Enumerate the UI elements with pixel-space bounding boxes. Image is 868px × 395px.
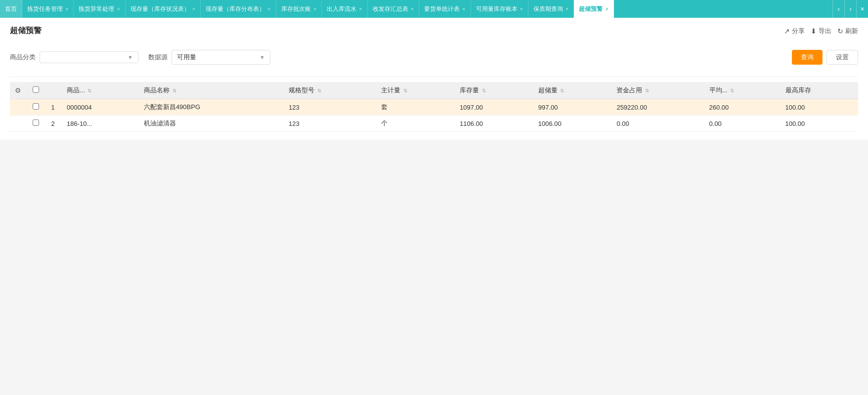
- close-icon[interactable]: ×: [359, 6, 362, 12]
- nav-tab-available-ledger[interactable]: 可用量库存账本 ×: [471, 0, 528, 18]
- col-overstock-header[interactable]: 超储量 ⇅: [533, 82, 612, 99]
- chevron-down-icon: ▼: [128, 54, 133, 60]
- sort-icon: ⇅: [87, 88, 91, 93]
- row-spec: 123: [284, 99, 376, 116]
- nav-next-button[interactable]: ›: [844, 0, 856, 18]
- top-nav: 首页 拣货任务管理 × 拣货异常处理 × 现存量（库存状况表） × 现存量（库存…: [0, 0, 868, 18]
- gear-icon[interactable]: ⚙: [15, 86, 21, 94]
- col-code-header[interactable]: 商品... ⇅: [62, 82, 139, 99]
- row-settings: [10, 99, 28, 116]
- col-unit-header[interactable]: 主计量 ⇅: [376, 82, 455, 99]
- nav-tab-inventory-dist[interactable]: 现存量（库存分布表） ×: [201, 0, 276, 18]
- sort-icon: ⇅: [173, 88, 176, 93]
- close-icon[interactable]: ×: [65, 6, 68, 12]
- close-icon[interactable]: ×: [520, 6, 523, 12]
- row-checkbox-cell: [28, 99, 44, 116]
- close-icon[interactable]: ×: [192, 6, 195, 12]
- row-overstock: 1006.00: [533, 116, 612, 132]
- row-unit: 套: [376, 99, 455, 116]
- row-checkbox-cell: [28, 116, 44, 132]
- filter-actions: 查询 设置: [792, 50, 858, 65]
- row-avg: 0.00: [704, 116, 781, 132]
- nav-tab-inventory-status[interactable]: 现存量（库存状况表） ×: [126, 0, 201, 18]
- page-container: 超储预警 ↗ 分享 ⬇ 导出 ↻ 刷新 商品分类 ▼ 数据源: [0, 18, 868, 140]
- share-link[interactable]: ↗ 分享: [784, 27, 805, 36]
- sort-icon: ⇅: [730, 88, 734, 93]
- nav-prev-button[interactable]: ‹: [832, 0, 844, 18]
- close-icon[interactable]: ×: [117, 6, 120, 12]
- close-icon[interactable]: ×: [411, 6, 414, 12]
- datasource-select[interactable]: 可用量 ▼: [172, 50, 270, 65]
- nav-tab-overstock[interactable]: 超储预警 ×: [574, 0, 613, 18]
- col-name-header[interactable]: 商品名称 ⇅: [139, 82, 284, 99]
- share-icon: ↗: [784, 27, 790, 35]
- close-icon[interactable]: ×: [605, 6, 608, 12]
- row-stock: 1106.00: [455, 116, 533, 132]
- close-icon[interactable]: ×: [565, 6, 568, 12]
- table-header-row: ⚙ 商品... ⇅ 商品名称 ⇅ 规格型号 ⇅: [10, 82, 858, 99]
- close-icon[interactable]: ×: [313, 6, 316, 12]
- sort-icon: ⇅: [560, 88, 564, 93]
- col-maxstock-header[interactable]: 最高库存: [781, 82, 858, 99]
- export-link[interactable]: ⬇ 导出: [811, 27, 831, 36]
- settings-button[interactable]: 设置: [826, 50, 858, 65]
- data-table: ⚙ 商品... ⇅ 商品名称 ⇅ 规格型号 ⇅: [10, 82, 858, 132]
- row-number: 2: [44, 116, 62, 132]
- refresh-icon: ↻: [837, 27, 843, 35]
- row-settings: [10, 116, 28, 132]
- col-rownum-header: [44, 82, 62, 99]
- category-select[interactable]: ▼: [40, 51, 138, 63]
- row-stock: 1097.00: [455, 99, 533, 116]
- page-header: 超储预警 ↗ 分享 ⬇ 导出 ↻ 刷新: [10, 26, 858, 36]
- query-button[interactable]: 查询: [792, 50, 823, 65]
- nav-tab-inout-flow[interactable]: 出入库流水 ×: [322, 0, 367, 18]
- nav-tab-collect[interactable]: 收发存汇总表 ×: [368, 0, 419, 18]
- row-name: 机油滤清器: [139, 116, 284, 132]
- nav-tab-shelf-life[interactable]: 保质期查询 ×: [528, 0, 574, 18]
- category-filter: 商品分类 ▼: [10, 51, 138, 63]
- row-maxstock: 100.00: [781, 116, 858, 132]
- datasource-value: 可用量: [177, 53, 196, 62]
- nav-tab-order-count[interactable]: 要货单统计表 ×: [419, 0, 471, 18]
- select-all-checkbox[interactable]: [33, 86, 39, 93]
- sort-icon: ⇅: [645, 88, 649, 93]
- row-capital: 259220.00: [611, 99, 704, 116]
- row-checkbox[interactable]: [33, 103, 39, 110]
- row-maxstock: 100.00: [781, 99, 858, 116]
- col-stock-header[interactable]: 库存量 ⇅: [455, 82, 533, 99]
- row-code: 0000004: [62, 99, 139, 116]
- row-checkbox[interactable]: [33, 119, 39, 126]
- table-row: 1 0000004 六配套新昌490BPG 123 套 1097.00 997.…: [10, 99, 858, 116]
- datasource-filter: 数据源 可用量 ▼: [148, 50, 270, 65]
- nav-tab-home[interactable]: 首页: [0, 0, 22, 18]
- sort-icon: ⇅: [482, 88, 486, 93]
- row-spec: 123: [284, 116, 376, 132]
- refresh-link[interactable]: ↻ 刷新: [837, 27, 858, 36]
- col-capital-header[interactable]: 资金占用 ⇅: [611, 82, 704, 99]
- row-name: 六配套新昌490BPG: [139, 99, 284, 116]
- row-code: 186-10...: [62, 116, 139, 132]
- page-actions: ↗ 分享 ⬇ 导出 ↻ 刷新: [784, 27, 858, 36]
- row-capital: 0.00: [611, 116, 704, 132]
- nav-arrows: ‹ › ×: [832, 0, 868, 18]
- table-row: 2 186-10... 机油滤清器 123 个 1106.00 1006.00 …: [10, 116, 858, 132]
- close-icon[interactable]: ×: [267, 6, 270, 12]
- nav-tab-batch[interactable]: 库存批次账 ×: [276, 0, 322, 18]
- row-number: 1: [44, 99, 62, 116]
- row-overstock: 997.00: [533, 99, 612, 116]
- page-title: 超储预警: [10, 26, 42, 36]
- col-spec-header[interactable]: 规格型号 ⇅: [284, 82, 376, 99]
- filter-row: 商品分类 ▼ 数据源 可用量 ▼ 查询 设置: [10, 44, 858, 71]
- nav-close-button[interactable]: ×: [856, 0, 868, 18]
- col-avg-header[interactable]: 平均... ⇅: [704, 82, 781, 99]
- col-settings: ⚙: [10, 82, 28, 99]
- export-icon: ⬇: [811, 27, 817, 35]
- row-unit: 个: [376, 116, 455, 132]
- row-avg: 260.00: [704, 99, 781, 116]
- chevron-down-icon: ▼: [260, 54, 265, 60]
- col-checkbox: [28, 82, 44, 99]
- nav-tab-abnormal[interactable]: 拣货异常处理 ×: [74, 0, 125, 18]
- sort-icon: ⇅: [403, 88, 407, 93]
- nav-tab-task-mgmt[interactable]: 拣货任务管理 ×: [22, 0, 74, 18]
- close-icon[interactable]: ×: [462, 6, 465, 12]
